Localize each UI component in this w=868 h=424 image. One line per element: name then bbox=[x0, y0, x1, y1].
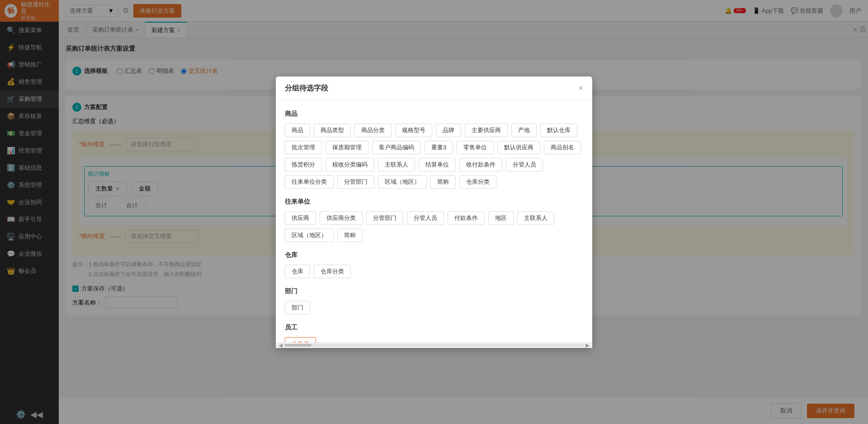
field-product-category[interactable]: 商品分类 bbox=[354, 124, 392, 137]
field-dept2[interactable]: 分管部门 bbox=[366, 211, 403, 225]
field-supervisor2[interactable]: 分管人员 bbox=[407, 211, 444, 225]
field-select-modal: 分组待选字段 × 商品 商品 商品类型 商品分类 规格型号 品牌 主要供应商 产… bbox=[276, 76, 592, 348]
field-short-name[interactable]: 简称 bbox=[430, 175, 456, 189]
field-default-supplier[interactable]: 默认供应商 bbox=[497, 141, 540, 154]
field-area[interactable]: 地区 bbox=[488, 211, 514, 225]
field-payment-terms[interactable]: 收付款条件 bbox=[459, 158, 502, 172]
field-pay-terms[interactable]: 付款条件 bbox=[448, 211, 485, 225]
field-warehouse-category[interactable]: 仓库分类 bbox=[459, 175, 496, 189]
section-warehouse: 仓库 仓库 仓库分类 bbox=[285, 251, 583, 278]
field-retail-unit[interactable]: 零售单位 bbox=[457, 141, 494, 154]
modal-title: 分组待选字段 bbox=[285, 84, 328, 93]
section-partner-fields: 供应商 供应商分类 分管部门 分管人员 付款条件 地区 主联系人 区域（地区） … bbox=[285, 211, 583, 242]
section-department-fields: 部门 bbox=[285, 301, 583, 314]
section-product-fields: 商品 商品类型 商品分类 规格型号 品牌 主要供应商 产地 默认仓库 批次管理 … bbox=[285, 124, 583, 189]
field-dept[interactable]: 分管部门 bbox=[337, 175, 374, 189]
section-department-title: 部门 bbox=[285, 287, 583, 295]
field-main-supplier[interactable]: 主要供应商 bbox=[465, 124, 508, 137]
section-employee-fields: 业务员 bbox=[285, 337, 583, 343]
modal-header: 分组待选字段 × bbox=[276, 76, 592, 101]
field-weight[interactable]: 重量3 bbox=[425, 141, 453, 154]
field-product-type[interactable]: 商品类型 bbox=[314, 124, 351, 137]
modal-body: 商品 商品 商品类型 商品分类 规格型号 品牌 主要供应商 产地 默认仓库 批次… bbox=[276, 101, 592, 343]
field-customer-code[interactable]: 客户商品编码 bbox=[372, 141, 421, 154]
modal-close-btn[interactable]: × bbox=[578, 84, 583, 93]
field-tax-code[interactable]: 税收分类编码 bbox=[326, 158, 374, 172]
section-warehouse-title: 仓库 bbox=[285, 251, 583, 259]
field-supplier-category[interactable]: 供应商分类 bbox=[320, 211, 363, 225]
field-product[interactable]: 商品 bbox=[285, 124, 310, 137]
field-default-warehouse[interactable]: 默认仓库 bbox=[540, 124, 577, 137]
field-batch-mgmt[interactable]: 批次管理 bbox=[285, 141, 322, 154]
field-expiry-mgmt[interactable]: 保质期管理 bbox=[326, 141, 368, 154]
section-product: 商品 商品 商品类型 商品分类 规格型号 品牌 主要供应商 产地 默认仓库 批次… bbox=[285, 110, 583, 189]
section-employee-title: 员工 bbox=[285, 324, 583, 332]
field-unit-category[interactable]: 往来单位分类 bbox=[285, 175, 334, 189]
field-settle-unit[interactable]: 结算单位 bbox=[419, 158, 456, 172]
field-region[interactable]: 区域（地区） bbox=[378, 175, 427, 189]
field-salesperson[interactable]: 业务员 bbox=[285, 337, 316, 343]
section-warehouse-fields: 仓库 仓库分类 bbox=[285, 265, 583, 278]
field-product-alias[interactable]: 商品别名 bbox=[544, 141, 581, 154]
field-spec[interactable]: 规格型号 bbox=[395, 124, 432, 137]
field-brand[interactable]: 品牌 bbox=[436, 124, 461, 137]
hscroll-left-btn[interactable]: ◀ bbox=[277, 342, 284, 348]
field-main-contact[interactable]: 主联系人 bbox=[378, 158, 415, 172]
field-supplier[interactable]: 供应商 bbox=[285, 211, 316, 225]
hscroll-right-btn[interactable]: ▶ bbox=[584, 342, 591, 348]
section-employee: 员工 业务员 bbox=[285, 324, 583, 343]
hscroll-thumb[interactable] bbox=[284, 344, 311, 347]
field-main-contact2[interactable]: 主联系人 bbox=[517, 211, 554, 225]
field-warehouse[interactable]: 仓库 bbox=[285, 265, 310, 278]
field-warehouse-cat[interactable]: 仓库分类 bbox=[314, 265, 351, 278]
modal-hscrollbar[interactable]: ◀ ▶ bbox=[276, 343, 592, 348]
section-partner: 往来单位 供应商 供应商分类 分管部门 分管人员 付款条件 地区 主联系人 区域… bbox=[285, 198, 583, 242]
section-partner-title: 往来单位 bbox=[285, 198, 583, 206]
field-origin[interactable]: 产地 bbox=[511, 124, 537, 137]
hscroll-track bbox=[284, 344, 584, 347]
section-department: 部门 部门 bbox=[285, 287, 583, 314]
section-product-title: 商品 bbox=[285, 110, 583, 118]
field-region2[interactable]: 区域（地区） bbox=[285, 229, 334, 242]
field-department[interactable]: 部门 bbox=[285, 301, 310, 314]
field-pick-points[interactable]: 拣货积分 bbox=[285, 158, 322, 172]
field-supervisor[interactable]: 分管人员 bbox=[506, 158, 543, 172]
field-short-name2[interactable]: 简称 bbox=[337, 229, 363, 242]
